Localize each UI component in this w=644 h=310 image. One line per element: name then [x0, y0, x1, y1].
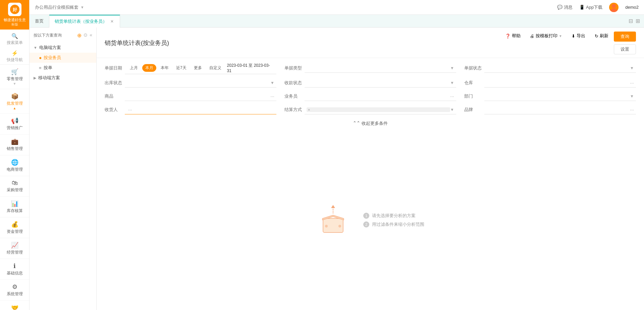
export-label: 导出 [577, 33, 585, 39]
out-status-select[interactable]: ▼ [125, 78, 276, 88]
tree-child-sales-staff-label: 按业务员 [44, 55, 61, 61]
sidebar-item-system[interactable]: ⚙ 系统管理 [0, 280, 29, 301]
collapse-panel-btn[interactable]: « [90, 32, 92, 39]
warehouse-dots[interactable]: ··· [630, 80, 634, 86]
tab-bar: 首页 销货单统计表（按业务员） ✕ ⊟ ⊞ [30, 15, 644, 28]
date-btn-more[interactable]: 更多 [191, 64, 205, 72]
tree-child-order-label: 按单 [44, 65, 52, 71]
settlement-field: 结算方式 × ▼ [284, 105, 456, 114]
date-btn-custom[interactable]: 自定义 [206, 64, 224, 72]
tab-home[interactable]: 首页 [30, 15, 49, 28]
app-download-btn[interactable]: 📱 App下载 [579, 4, 602, 10]
warehouse-select[interactable]: ··· [484, 78, 636, 88]
sidebar-item-retail[interactable]: 🛒 零售管理 ▼ [0, 65, 29, 89]
active-scheme-icon: ● [39, 55, 42, 60]
doc-type-label: 单据类型 [284, 65, 305, 71]
user-name[interactable]: demo2 [625, 5, 639, 10]
sidebar-item-label-ecommerce: 电商管理 [7, 167, 23, 172]
tree-desktop[interactable]: ▼ 电脑端方案 [30, 43, 96, 53]
svg-point-8 [338, 225, 341, 227]
brand-select[interactable]: ··· [484, 105, 636, 114]
search-menu-btn[interactable]: 🔍 搜索菜单 [0, 30, 29, 47]
tree-child-order[interactable]: ≡ 按单 [30, 63, 96, 73]
hint-num-1: 1 [363, 213, 369, 219]
date-btn-7days[interactable]: 近7天 [173, 64, 190, 72]
add-scheme-btn[interactable]: ⊕ [77, 32, 82, 39]
main-content-body: 销货单统计表(按业务员) ❓ 帮助 🖨 按模板打印 ▼ [97, 28, 644, 310]
tab-minimize-btn[interactable]: ⊟ [629, 18, 633, 24]
header-right: 💬 消息 📱 App下载 demo2 [557, 3, 639, 12]
receiver-label: 收货人 [105, 107, 125, 113]
svg-point-7 [325, 225, 328, 227]
download-icon: 📱 [579, 5, 585, 10]
message-icon: 💬 [557, 5, 562, 10]
warehouse-label: 仓库 [464, 80, 484, 86]
receiver-input[interactable]: ··· [125, 105, 276, 114]
goods-dots[interactable]: ··· [270, 94, 274, 99]
receiver-dots[interactable]: ··· [128, 107, 132, 112]
settlement-tag-close[interactable]: × [308, 108, 310, 112]
tab-maximize-btn[interactable]: ⊞ [636, 18, 640, 24]
tab-sales-stat[interactable]: 销货单统计表（按业务员） ✕ [49, 15, 120, 28]
sidebar-item-marketing[interactable]: 📢 营销推广 [0, 114, 29, 135]
doc-type-field: 单据类型 ▼ [284, 63, 456, 73]
sidebar-item-ecommerce[interactable]: 🌐 电商管理 [0, 155, 29, 176]
settlement-arrow: ▼ [450, 107, 454, 112]
sidebar-item-finance[interactable]: 💰 资金管理 [0, 217, 29, 238]
sidebar-item-enterprise[interactable]: 🤝 企业协同 [0, 301, 29, 310]
doc-type-select[interactable]: ▼ [305, 63, 456, 73]
staff-select[interactable]: ··· [305, 92, 456, 101]
query-button[interactable]: 查询 [614, 32, 636, 42]
app-download-label: App下载 [586, 4, 602, 10]
sidebar-item-operation[interactable]: 📈 经营管理 [0, 238, 29, 259]
export-btn[interactable]: ⬇ 导出 [569, 32, 588, 40]
sidebar-item-label-marketing: 营销推广 [7, 125, 23, 131]
refresh-btn[interactable]: ↻ 刷新 [592, 32, 611, 40]
search-menu-label: 搜索菜单 [7, 39, 23, 46]
sidebar-item-purchase[interactable]: 🛍 采购管理 [0, 176, 29, 197]
template-print-btn[interactable]: 🖨 按模板打印 ▼ [527, 32, 565, 40]
date-input-wrap[interactable]: 上月 本月 本年 近7天 更多 自定义 2023-03-01 至 2023-03… [125, 62, 276, 74]
quick-nav-label: 快捷导航 [7, 56, 23, 63]
date-label: 单据日期 [105, 65, 125, 71]
sidebar-item-inventory[interactable]: 📊 库存核算 [0, 197, 29, 217]
logo-text: 畅捷通好生意 [4, 17, 26, 22]
settings-button[interactable]: 设置 [614, 44, 636, 54]
sidebar-item-label-basic: 基础信息 [7, 270, 23, 276]
sidebar-item-wholesale[interactable]: 📦 批发管理 ▲ [0, 89, 29, 114]
date-btn-this-year[interactable]: 本年 [158, 64, 172, 72]
sidebar-item-sales[interactable]: 💼 销售管理 [0, 135, 29, 155]
tree-mobile[interactable]: ▶ 移动端方案 [30, 73, 96, 83]
edit-scheme-btn[interactable]: ⊙ [84, 32, 88, 39]
sidebar-item-label-operation: 经营管理 [7, 250, 23, 255]
date-field: 单据日期 上月 本月 本年 近7天 更多 自定义 2023-03-01 至 20… [105, 62, 276, 74]
sidebar-item-label-finance: 资金管理 [7, 229, 23, 235]
goods-select[interactable]: ··· [125, 92, 276, 101]
settlement-select[interactable]: × ▼ [305, 105, 456, 114]
pay-status-select[interactable]: ▼ [305, 78, 456, 88]
help-btn[interactable]: ❓ 帮助 [502, 32, 523, 40]
help-icon: ❓ [505, 34, 511, 39]
pay-status-arrow: ▼ [450, 81, 454, 85]
page-title: 销货单统计表(按业务员) [105, 39, 169, 47]
brand-dots[interactable]: ··· [630, 107, 634, 112]
tree-child-sales-staff[interactable]: ● 按业务员 [30, 53, 96, 63]
tab-close-btn[interactable]: ✕ [110, 18, 114, 24]
department-select[interactable]: ▼ [484, 92, 636, 101]
collapse-btn[interactable]: ⌃⌃ 收起更多条件 [105, 118, 636, 130]
settlement-value: × [307, 107, 450, 112]
tree-mobile-label: 移动端方案 [38, 75, 60, 81]
user-avatar[interactable] [609, 3, 619, 12]
date-btn-last-month[interactable]: 上月 [127, 64, 141, 72]
header-dropdown-icon[interactable]: ▾ [81, 5, 84, 10]
doc-status-select[interactable]: ▼ [484, 63, 636, 73]
left-panel: 按以下方案查询 ⊕ ⊙ « ▼ 电脑端方案 ● 按业务员 ≡ 按单 [30, 28, 97, 310]
quick-nav-btn[interactable]: ⚡ 快捷导航 [0, 47, 29, 65]
sub-text: 标版 [11, 22, 18, 27]
out-status-arrow: ▼ [270, 81, 274, 85]
date-btn-this-month[interactable]: 本月 [142, 64, 156, 72]
sidebar-item-basic[interactable]: ℹ 基础信息 [0, 259, 29, 280]
staff-dots[interactable]: ··· [450, 94, 454, 99]
message-btn[interactable]: 💬 消息 [557, 4, 573, 10]
date-range-text: 2023-03-01 至 2023-03-31 [227, 63, 274, 73]
